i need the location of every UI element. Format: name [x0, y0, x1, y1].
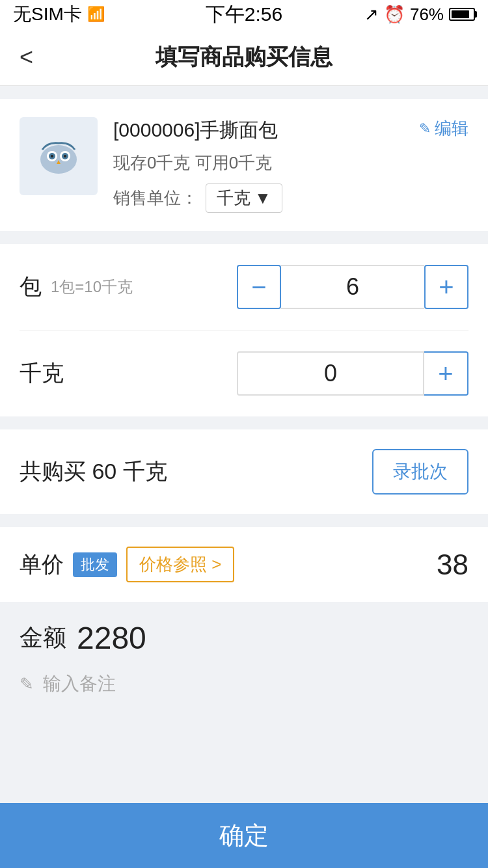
dropdown-icon: ▼: [254, 188, 271, 208]
product-thumbnail: [20, 117, 98, 195]
price-label: 单价: [20, 550, 64, 580]
price-row: 单价 批发 价格参照 > 38: [20, 547, 468, 582]
edit-label: 编辑: [435, 117, 468, 140]
amount-label: 金额: [20, 622, 66, 654]
amount-section: 金额 2280 ✎ 输入备注: [0, 602, 488, 709]
product-image: [36, 137, 81, 176]
qty-control-kg: +: [237, 351, 468, 396]
price-value: 38: [437, 549, 468, 581]
quantity-section: 包 1包=10千克 − + 千克 +: [0, 244, 488, 416]
product-unit-row: 销售单位： 千克 ▼: [113, 183, 468, 213]
qty-label-kg: 千克: [20, 359, 64, 388]
remark-placeholder: 输入备注: [43, 671, 116, 696]
qty-unit-kg: 千克: [20, 359, 64, 388]
battery-tip: [475, 11, 477, 18]
svg-point-0: [40, 145, 77, 174]
quantity-row-bao: 包 1包=10千克 − +: [20, 244, 468, 331]
battery-percent: 76%: [410, 5, 444, 25]
status-bar: 无SIM卡 📶 下午2:56 ↗ ⏰ 76%: [0, 0, 488, 29]
svg-point-5: [51, 155, 53, 157]
price-tag-wholesale: 批发: [73, 552, 117, 577]
wifi-icon: 📶: [87, 6, 105, 23]
status-time: 下午2:56: [206, 1, 282, 28]
confirm-btn-container: 确定: [0, 803, 488, 868]
amount-value: 2280: [77, 620, 146, 656]
svg-point-6: [64, 155, 66, 157]
back-button[interactable]: <: [13, 37, 40, 77]
battery-fill: [452, 10, 469, 18]
status-right: ↗ ⏰ 76%: [364, 5, 475, 25]
product-card: [0000006]手撕面包 现存0千克 可用0千克 销售单位： 千克 ▼ ✎ 编…: [0, 99, 488, 231]
location-icon: ↗: [364, 5, 379, 25]
price-label-group: 单价 批发 价格参照 >: [20, 547, 234, 582]
confirm-button[interactable]: 确定: [0, 803, 488, 868]
alarm-icon: ⏰: [384, 5, 405, 25]
edit-icon: ✎: [419, 120, 431, 137]
qty-label-bao: 包 1包=10千克: [20, 272, 133, 302]
qty-hint-bao: 1包=10千克: [51, 277, 133, 297]
qty-input-bao[interactable]: [281, 265, 424, 309]
summary-row: 共购买 60 千克 录批次: [0, 429, 488, 514]
carrier-text: 无SIM卡: [13, 2, 82, 27]
product-name: [0000006]手撕面包: [113, 117, 468, 144]
summary-text: 共购买 60 千克: [20, 457, 167, 487]
quantity-row-kg: 千克 +: [20, 331, 468, 416]
product-stock: 现存0千克 可用0千克: [113, 152, 468, 174]
qty-control-bao: − +: [237, 265, 468, 309]
page-title: 填写商品购买信息: [156, 42, 332, 72]
nav-bar: < 填写商品购买信息: [0, 29, 488, 86]
edit-button[interactable]: ✎ 编辑: [419, 117, 468, 140]
qty-input-kg[interactable]: [237, 351, 424, 396]
unit-value: 千克: [217, 187, 251, 210]
qty-unit-bao: 包: [20, 272, 42, 302]
pencil-icon: ✎: [20, 674, 34, 694]
price-ref-button[interactable]: 价格参照 >: [126, 547, 234, 582]
qty-minus-bao[interactable]: −: [237, 265, 281, 309]
unit-select[interactable]: 千克 ▼: [206, 183, 282, 213]
remark-row[interactable]: ✎ 输入备注: [20, 671, 468, 696]
record-batch-button[interactable]: 录批次: [372, 449, 468, 495]
product-info: [0000006]手撕面包 现存0千克 可用0千克 销售单位： 千克 ▼: [113, 117, 468, 213]
unit-label: 销售单位：: [113, 187, 198, 210]
amount-row: 金额 2280: [20, 620, 468, 656]
qty-plus-kg[interactable]: +: [424, 351, 468, 396]
battery-bar: [449, 8, 475, 21]
status-left: 无SIM卡 📶: [13, 2, 105, 27]
qty-plus-bao[interactable]: +: [424, 265, 468, 309]
price-section: 单价 批发 价格参照 > 38: [0, 527, 488, 602]
